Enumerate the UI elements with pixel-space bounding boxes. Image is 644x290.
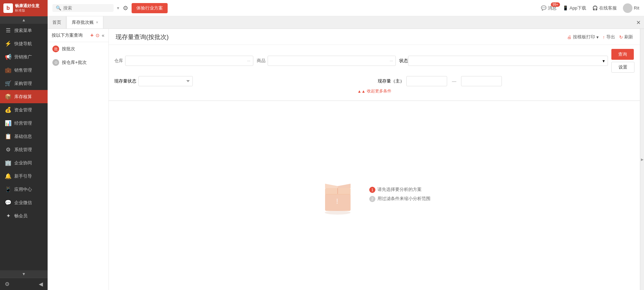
sidebar-item-appcenter[interactable]: 📱 应用中心 (0, 183, 48, 196)
tab-close-icon[interactable]: × (96, 20, 98, 24)
messages-badge: 99+ (551, 2, 560, 7)
sidebar-item-basic[interactable]: 📋 基础信息 (0, 130, 48, 143)
sidebar-item-system[interactable]: ⚙ 系统管理 (0, 143, 48, 156)
filter-add-icon[interactable]: + (90, 32, 94, 38)
inventory-qty-from[interactable] (406, 76, 447, 86)
page-header-actions: 🖨 按模板打印 ▾ ↑ 导出 ↻ 刷新 (567, 34, 633, 40)
sidebar-item-basic-label: 基础信息 (14, 133, 32, 140)
svg-text:!: ! (336, 197, 338, 205)
search-icon: 🔍 (56, 5, 61, 11)
app-download-btn[interactable]: 📱 App下载 (563, 5, 586, 11)
basic-icon: 📋 (5, 133, 12, 140)
search-dropdown-icon[interactable]: ▾ (117, 5, 119, 11)
warehouse-more-icon[interactable]: ··· (247, 59, 250, 63)
refresh-btn[interactable]: ↻ 刷新 (619, 34, 633, 40)
avatar (623, 3, 632, 13)
sidebar-header: b 畅康通好生意 标准版 (0, 0, 48, 16)
search-input[interactable] (63, 5, 104, 11)
refresh-label: 刷新 (624, 34, 633, 40)
goods-field: 商品 ··· (257, 56, 396, 66)
online-service-label: 在线客服 (599, 5, 617, 11)
app-logo: b (3, 3, 13, 13)
print-dropdown-icon[interactable]: ▾ (596, 35, 599, 40)
wechat-icon: 💬 (5, 199, 12, 206)
step-1-num: 1 (369, 187, 375, 193)
sidebar-item-system-label: 系统管理 (14, 147, 32, 153)
sidebar-item-sales[interactable]: 💼 销售管理 (0, 64, 48, 77)
goods-input[interactable]: ··· (268, 56, 396, 66)
warehouse-field: 仓库 ··· (114, 56, 253, 66)
sidebar-item-wechat[interactable]: 💬 企业微信 (0, 196, 48, 209)
tab-inventory-batch[interactable]: 库存批次账 × (67, 16, 103, 29)
filter-by-warehouse-batch-icon: ⊙ (52, 59, 59, 66)
empty-illustration: ! (318, 175, 359, 216)
sidebar-item-quicknav[interactable]: ⚡ 快捷导航 (0, 37, 48, 50)
sidebar-scroll-up[interactable]: ▲ (0, 16, 48, 24)
print-icon: 🖨 (567, 35, 572, 40)
warehouse-label: 仓库 (114, 58, 123, 64)
status-select[interactable]: ▾ (408, 56, 608, 66)
user-avatar-btn[interactable]: Rit (623, 3, 639, 13)
sidebar-settings-btn[interactable]: ⚙ (5, 281, 10, 287)
export-icon: ↑ (603, 35, 605, 40)
sidebar-item-marketing[interactable]: 📢 营销推广 (0, 50, 48, 64)
sidebar-item-purchase[interactable]: 🛒 采购管理 (0, 77, 48, 90)
filter-collapse-icon[interactable]: « (102, 33, 104, 38)
step-2-text: 用过滤条件来缩小分析范围 (377, 196, 430, 202)
sidebar-item-inventory-label: 库存核算 (14, 94, 32, 100)
warehouse-input[interactable]: ··· (125, 56, 253, 66)
query-button[interactable]: 查询 (611, 49, 634, 60)
experience-button[interactable]: 体验行业方案 (132, 3, 168, 13)
content-area: 按以下方案查询 + ⊙ « 批 按批次 ⊙ 按仓库+批次 现存量查询(按批次) (48, 29, 644, 290)
inventory-status-select[interactable] (138, 76, 193, 86)
export-label: 导出 (606, 34, 615, 40)
filter-item-by-batch[interactable]: 批 按批次 (48, 42, 108, 56)
empty-step-2: 2 用过滤条件来缩小分析范围 (369, 196, 430, 202)
settings-icon[interactable]: ⚙ (123, 4, 128, 12)
collapse-bar[interactable]: ▲▲ 收起更多条件 (114, 86, 634, 96)
sidebar-item-newuser-label: 新手引导 (14, 173, 32, 179)
sidebar-scroll-down[interactable]: ▼ (0, 270, 48, 278)
form-row-2: 现存量状态 现存量（主） — (114, 76, 634, 86)
sidebar-collapse-btn[interactable]: ◀ (39, 281, 43, 287)
sidebar-item-search-label: 搜索菜单 (14, 28, 32, 34)
sidebar-item-inventory[interactable]: 📦 库存核算 (0, 90, 48, 103)
sidebar-item-appcenter-label: 应用中心 (14, 186, 32, 193)
top-header: 🔍 ▾ ⚙ 体验行业方案 💬 消息 99+ 📱 App下载 🎧 在线客服 Rit (48, 0, 644, 16)
inventory-qty-to[interactable] (461, 76, 502, 86)
app-edition: 标准版 (15, 8, 39, 13)
sidebar-item-member[interactable]: ✦ 畅会员 (0, 209, 48, 222)
status-dropdown-icon[interactable]: ▾ (603, 58, 605, 64)
finance-icon: 💰 (5, 107, 12, 113)
sidebar-item-enterprise[interactable]: 🏢 企业协同 (0, 156, 48, 169)
online-service-btn[interactable]: 🎧 在线客服 (592, 5, 617, 11)
sidebar-item-finance[interactable]: 💰 资金管理 (0, 103, 48, 116)
svg-marker-3 (325, 184, 338, 188)
top-search-bar[interactable]: 🔍 (52, 4, 114, 12)
export-btn[interactable]: ↑ 导出 (603, 34, 615, 40)
username-label: Rit (634, 5, 639, 11)
inventory-qty-dash: — (452, 79, 456, 84)
print-template-btn[interactable]: 🖨 按模板打印 ▾ (567, 34, 599, 40)
tab-bar-close-btn[interactable]: ✕ (636, 19, 641, 26)
tab-home[interactable]: 首页 (48, 16, 66, 29)
sidebar-item-operations[interactable]: 📊 经营管理 (0, 116, 48, 130)
empty-svg: ! (318, 175, 359, 216)
page-header: 现存量查询(按批次) 🖨 按模板打印 ▾ ↑ 导出 ↻ 刷新 (109, 29, 640, 45)
goods-more-icon[interactable]: ··· (390, 59, 393, 63)
filter-item-by-warehouse-batch[interactable]: ⊙ 按仓库+批次 (48, 56, 108, 69)
newuser-icon: 🔔 (5, 173, 12, 179)
right-handle-icon: ▶ (641, 158, 644, 161)
sidebar: b 畅康通好生意 标准版 ▲ ☰ 搜索菜单 ⚡ 快捷导航 📢 营销推广 💼 销售… (0, 0, 48, 290)
messages-btn[interactable]: 💬 消息 99+ (541, 5, 557, 11)
right-handle[interactable]: ▶ (640, 29, 644, 290)
filter-panel-header: 按以下方案查询 + ⊙ « (48, 29, 108, 42)
sidebar-item-search[interactable]: ☰ 搜索菜单 (0, 24, 48, 37)
operations-icon: 📊 (5, 120, 12, 126)
status-label: 状态 (399, 58, 408, 64)
sidebar-item-sales-label: 销售管理 (14, 67, 32, 73)
setting-button[interactable]: 设置 (611, 62, 634, 73)
filter-settings-icon[interactable]: ⊙ (96, 33, 100, 38)
active-tab-label: 库存批次账 (72, 19, 94, 25)
sidebar-item-newuser[interactable]: 🔔 新手引导 (0, 169, 48, 183)
